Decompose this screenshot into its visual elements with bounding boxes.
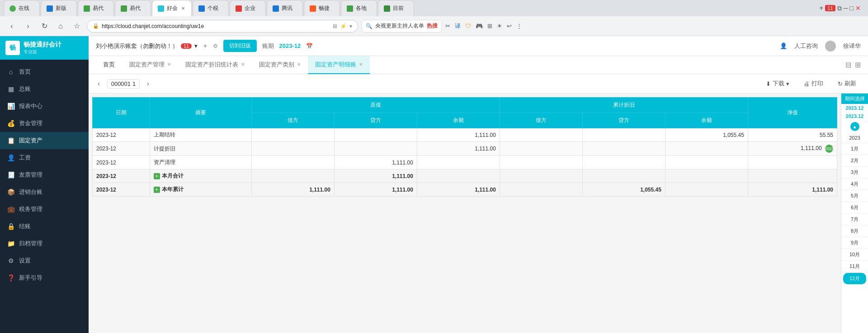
home-nav-btn[interactable]: ⌂ bbox=[54, 20, 67, 33]
minimize-btn[interactable]: ─ bbox=[844, 5, 848, 12]
tab-minimize-icon[interactable]: ⊟ bbox=[845, 61, 851, 69]
browser-tab-gedi[interactable]: 各地 bbox=[341, 0, 377, 16]
switch-version-btn[interactable]: 切到旧版 bbox=[223, 40, 257, 52]
cell-net-value-4 bbox=[748, 169, 837, 183]
search-bar[interactable]: 🔍 央视更新主持人名单 热搜 bbox=[362, 20, 442, 33]
period-month-7[interactable]: 7月 bbox=[841, 214, 868, 225]
sidebar-item-reports[interactable]: 📊 报表中心 bbox=[0, 98, 89, 115]
cell-net-value-2: 1,111.00 2023 bbox=[748, 142, 837, 156]
page-tab-fixed-cat[interactable]: 固定资产类别 ✕ bbox=[252, 56, 308, 74]
sidebar-item-funds[interactable]: 💰 资金管理 bbox=[0, 115, 89, 132]
calendar-icon[interactable]: 📅 bbox=[306, 43, 313, 49]
sidebar-item-stock[interactable]: 📦 进销台账 bbox=[0, 183, 89, 201]
account-page: 1 bbox=[132, 80, 136, 87]
tab-favicon-changjie bbox=[310, 5, 316, 12]
undo-btn[interactable]: ↩ bbox=[507, 23, 512, 29]
sidebar-item-settings[interactable]: ⚙ 设置 bbox=[0, 252, 89, 269]
bookmark-btn[interactable]: ☆ bbox=[71, 20, 83, 33]
browser-tab-qiye[interactable]: 企业 bbox=[230, 0, 266, 16]
browser-tab-yidai2[interactable]: 易代 bbox=[115, 0, 151, 16]
period-month-2[interactable]: 2月 bbox=[841, 155, 868, 167]
download-arrow-icon: ▾ bbox=[786, 80, 789, 87]
prev-account-btn[interactable]: ‹ bbox=[96, 79, 102, 88]
page-tab-fixed-detail[interactable]: 固定资产明细账 ✕ bbox=[308, 56, 370, 74]
period-month-4[interactable]: 4月 bbox=[841, 178, 868, 190]
page-tab-fixed-depr[interactable]: 固定资产折旧统计表 ✕ bbox=[178, 56, 252, 74]
page-tab-fixed-cat-close[interactable]: ✕ bbox=[297, 62, 301, 67]
refresh-btn[interactable]: ↻ 刷新 bbox=[833, 78, 861, 89]
back-btn[interactable]: ‹ bbox=[5, 20, 18, 33]
period-month-5[interactable]: 5月 bbox=[841, 190, 868, 202]
page-tab-fixed-mgmt[interactable]: 固定资产管理 ✕ bbox=[122, 56, 178, 74]
sidebar-item-ledger[interactable]: ▦ 总账 bbox=[0, 80, 89, 98]
print-btn[interactable]: 🖨 打印 bbox=[799, 78, 828, 89]
company-selector[interactable]: 刘小艳演示账套（勿删勿动！） 11 ▾ bbox=[96, 42, 198, 50]
tab-expand-icon[interactable]: ⊞ bbox=[855, 61, 861, 69]
period-month-3[interactable]: 3月 bbox=[841, 167, 868, 178]
cell-depr-balance-4 bbox=[665, 169, 748, 183]
period-year-2023[interactable]: 2023 bbox=[841, 133, 868, 143]
period-month-11[interactable]: 11月 bbox=[841, 261, 868, 272]
scroll-up-btn[interactable]: ▲ bbox=[850, 122, 859, 131]
sidebar-item-archive[interactable]: 📁 归档管理 bbox=[0, 235, 89, 252]
browser-tab-online[interactable]: 在线 bbox=[4, 0, 40, 16]
close-browser-btn[interactable]: ✕ bbox=[855, 5, 861, 12]
page-tab-home[interactable]: 首页 bbox=[96, 56, 122, 74]
download-btn[interactable]: ⬇ 下载 ▾ bbox=[761, 78, 794, 89]
period-month-1[interactable]: 1月 bbox=[841, 143, 868, 155]
close-period-icon: 🔒 bbox=[7, 223, 14, 230]
browser-tab-new[interactable]: 新版 bbox=[41, 0, 77, 16]
user-service-text[interactable]: 人工咨询 bbox=[794, 42, 818, 50]
browser-tab-changjie[interactable]: 畅捷 bbox=[304, 0, 340, 16]
sidebar-item-close-period[interactable]: 🔒 结账 bbox=[0, 218, 89, 235]
table-row-yearly-total: 2023-12 +本年累计 1,111.00 1,111.00 1,111.00… bbox=[93, 183, 837, 197]
reload-btn[interactable]: ↻ bbox=[38, 20, 51, 33]
period-month-9[interactable]: 9月 bbox=[841, 237, 868, 249]
maximize-btn[interactable]: □ bbox=[850, 5, 854, 12]
settings-small-btn[interactable]: ⚙ bbox=[213, 43, 218, 49]
period-month-8[interactable]: 8月 bbox=[841, 225, 868, 237]
grid-btn[interactable]: ⊞ bbox=[487, 23, 492, 29]
stock-icon: 📦 bbox=[7, 188, 14, 196]
period-month-12[interactable]: 12月 bbox=[843, 273, 866, 285]
page-tab-fixed-depr-close[interactable]: ✕ bbox=[241, 62, 245, 67]
cell-orig-balance-3 bbox=[417, 156, 500, 169]
period-month-6[interactable]: 6月 bbox=[841, 202, 868, 214]
new-tab-btn[interactable]: + bbox=[819, 4, 823, 12]
forward-btn[interactable]: › bbox=[22, 20, 34, 33]
tab-close-haohui[interactable]: ✕ bbox=[180, 5, 186, 12]
browser-tab-yidai1[interactable]: 易代 bbox=[78, 0, 114, 16]
browser-tab-haohui[interactable]: 好会 ✕ bbox=[152, 0, 192, 16]
lightning-icon: ⚡ bbox=[340, 23, 347, 29]
cell-date-1: 2023-12 bbox=[93, 128, 150, 142]
sidebar-item-payroll[interactable]: 👤 工资 bbox=[0, 149, 89, 166]
browser-tab-muqian[interactable]: 目前 bbox=[378, 0, 414, 16]
translate-btn[interactable]: 译 bbox=[455, 22, 461, 30]
browser-tab-geshui[interactable]: 个税 bbox=[193, 0, 229, 16]
address-bar[interactable]: 🔒 https://cloud.chanjet.com/accounting/u… bbox=[87, 20, 358, 33]
address-dropdown-icon[interactable]: ▾ bbox=[349, 23, 352, 29]
theme-btn[interactable]: ☀ bbox=[497, 23, 502, 29]
qrcode-icon: ⊞ bbox=[333, 23, 337, 29]
restore-btn[interactable]: ⧉ bbox=[837, 5, 842, 12]
scissors-icon[interactable]: ✂ bbox=[445, 23, 450, 29]
th-original-value: 原值 bbox=[251, 98, 500, 113]
sidebar-item-fixed-assets[interactable]: 📋 固定资产 bbox=[0, 132, 89, 149]
shield-btn[interactable]: 🛡 bbox=[465, 23, 471, 29]
tab-label-yidai1: 易代 bbox=[93, 5, 104, 12]
page-tab-fixed-mgmt-close[interactable]: ✕ bbox=[167, 62, 171, 67]
next-account-btn[interactable]: › bbox=[145, 79, 151, 88]
game-btn[interactable]: 🎮 bbox=[476, 23, 483, 29]
add-company-btn[interactable]: + bbox=[203, 42, 207, 50]
menu-btn[interactable]: ⋮ bbox=[516, 23, 522, 29]
payroll-icon: 👤 bbox=[7, 154, 14, 161]
sidebar-item-invoice[interactable]: 🧾 发票管理 bbox=[0, 166, 89, 183]
period-month-10[interactable]: 10月 bbox=[841, 249, 868, 261]
app-title: 畅捷通好会计 bbox=[24, 41, 61, 49]
sidebar-item-guide[interactable]: ❓ 新手引导 bbox=[0, 269, 89, 286]
sidebar-item-home[interactable]: ⌂ 首页 bbox=[0, 63, 89, 80]
page-tab-fixed-detail-close[interactable]: ✕ bbox=[359, 62, 363, 67]
toolbar: ‹ 000001 1 › ⬇ 下载 ▾ 🖨 打印 ↻ 刷新 bbox=[89, 74, 868, 94]
sidebar-item-tax[interactable]: 💼 税务管理 bbox=[0, 201, 89, 218]
browser-tab-tengxun[interactable]: 腾讯 bbox=[267, 0, 303, 16]
